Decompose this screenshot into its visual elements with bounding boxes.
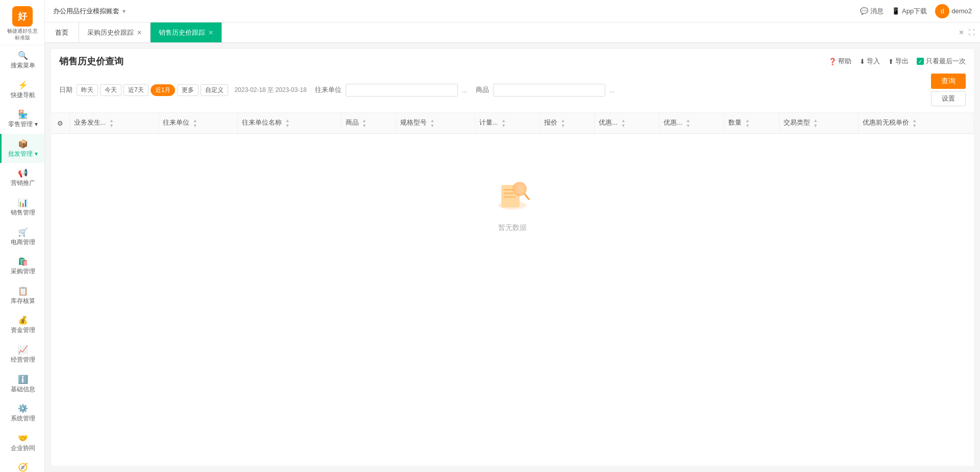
export-icon: ⬆ bbox=[888, 58, 894, 65]
goods-ellipsis[interactable]: ... bbox=[609, 86, 615, 94]
filter-goods-group: 商品 ... bbox=[476, 84, 615, 97]
user-action[interactable]: d demo2 bbox=[935, 4, 972, 18]
sidebar-item-guide[interactable]: 🧭 新手引导 bbox=[0, 457, 44, 472]
sidebar-item-sales-mgmt[interactable]: 📊 销售管理 bbox=[0, 193, 44, 222]
col-discount1[interactable]: 优惠... ▲▼ bbox=[595, 113, 659, 134]
sidebar-icon-wholesale: 📦 bbox=[18, 139, 28, 149]
sidebar-label-retail: 零售管理 ▾ bbox=[8, 121, 37, 129]
col-spec[interactable]: 规格型号 ▲▼ bbox=[396, 113, 475, 134]
export-action[interactable]: ⬆ 导出 bbox=[888, 57, 909, 66]
col-settings[interactable]: ⚙ bbox=[51, 113, 69, 134]
sidebar-item-purchase[interactable]: 🛍️ 采购管理 bbox=[0, 251, 44, 281]
page-title-bar: 销售历史价查询 ❓ 帮助 ⬇ 导入 ⬆ 导出 ✓ bbox=[51, 49, 974, 67]
sidebar: 好 畅捷通好生意标准版 🔍 搜索菜单 ⚡ 快捷导航 🏪 零售管理 ▾ 📦 批发管… bbox=[0, 0, 45, 472]
sidebar-item-ecommerce[interactable]: 🛒 电商管理 bbox=[0, 222, 44, 252]
tab-home-label: 首页 bbox=[55, 28, 68, 37]
tab-purchase-history[interactable]: 采购历史价跟踪 ✕ bbox=[79, 22, 151, 42]
sidebar-item-system[interactable]: ⚙️ 系统管理 bbox=[0, 398, 44, 428]
message-action[interactable]: 💬 消息 bbox=[860, 7, 884, 16]
maximize-icon[interactable]: ⛶ bbox=[968, 29, 975, 36]
sidebar-item-wholesale[interactable]: 📦 批发管理 ▾ bbox=[0, 134, 44, 163]
sidebar-item-marketing[interactable]: 📢 营销推广 bbox=[0, 163, 44, 193]
tab-home[interactable]: 首页 bbox=[45, 22, 79, 42]
svg-rect-4 bbox=[503, 196, 516, 198]
table-container: ⚙ 业务发生... ▲▼ 往来单位 ▲▼ 往来单位名称 ▲▼ 商品 ▲▼ 规格型… bbox=[51, 113, 974, 466]
phone-icon: 📱 bbox=[892, 7, 900, 15]
partner-input[interactable] bbox=[346, 84, 458, 97]
date-range-text: 2023-02-18 至 2023-03-18 bbox=[234, 86, 306, 95]
col-unit[interactable]: 计量... ▲▼ bbox=[475, 113, 540, 134]
sidebar-label-inventory: 库存核算 bbox=[11, 297, 35, 305]
help-icon: ❓ bbox=[828, 58, 837, 65]
logo-text: 畅捷通好生意标准版 bbox=[7, 28, 38, 41]
date-btn-1month[interactable]: 近1月 bbox=[151, 84, 176, 96]
content: 销售历史价查询 ❓ 帮助 ⬇ 导入 ⬆ 导出 ✓ bbox=[45, 43, 980, 472]
close-window-icon[interactable]: ✕ bbox=[959, 29, 964, 36]
col-biz-date[interactable]: 业务发生... ▲▼ bbox=[69, 113, 159, 134]
col-qty[interactable]: 数量 ▲▼ bbox=[724, 113, 779, 134]
help-label: 帮助 bbox=[838, 57, 851, 66]
page-wrapper: 销售历史价查询 ❓ 帮助 ⬇ 导入 ⬆ 导出 ✓ bbox=[51, 49, 974, 466]
import-action[interactable]: ⬇ 导入 bbox=[860, 57, 880, 66]
only-last-checkbox[interactable]: ✓ bbox=[917, 58, 924, 65]
sidebar-label-enterprise: 企业协同 bbox=[11, 444, 35, 453]
sidebar-item-operation[interactable]: 📈 经营管理 bbox=[0, 340, 44, 369]
col-discount2[interactable]: 优惠... ▲▼ bbox=[659, 113, 724, 134]
sidebar-item-basic-info[interactable]: ℹ️ 基础信息 bbox=[0, 369, 44, 399]
import-icon: ⬇ bbox=[860, 58, 865, 65]
export-label: 导出 bbox=[895, 57, 909, 66]
only-last-label[interactable]: ✓ 只看最后一次 bbox=[917, 57, 966, 66]
partner-filter-label: 往来单位 bbox=[315, 85, 341, 95]
date-btn-yesterday[interactable]: 昨天 bbox=[77, 84, 98, 96]
col-quote[interactable]: 报价 ▲▼ bbox=[540, 113, 594, 134]
svg-line-7 bbox=[525, 194, 529, 199]
sidebar-label-ecommerce: 电商管理 bbox=[11, 239, 35, 247]
sidebar-label-operation: 经营管理 bbox=[11, 356, 35, 364]
col-partner-name[interactable]: 往来单位名称 ▲▼ bbox=[238, 113, 341, 134]
help-action[interactable]: ❓ 帮助 bbox=[828, 57, 851, 66]
sidebar-icon-sales-mgmt: 📊 bbox=[18, 198, 28, 207]
goods-filter-label: 商品 bbox=[476, 85, 489, 95]
sidebar-item-retail[interactable]: 🏪 零售管理 ▾ bbox=[0, 104, 44, 134]
tab-sales-history[interactable]: 销售历史价跟踪 ✕ bbox=[151, 22, 222, 42]
sidebar-icon-search: 🔍 bbox=[18, 51, 28, 60]
sidebar-label-basic-info: 基础信息 bbox=[11, 386, 35, 394]
col-pre-tax-price[interactable]: 优惠前无税单价 ▲▼ bbox=[858, 113, 973, 134]
sidebar-icon-basic-info: ℹ️ bbox=[18, 374, 28, 384]
sidebar-label-system: 系统管理 bbox=[11, 415, 35, 423]
sidebar-icon-operation: 📈 bbox=[18, 345, 28, 355]
tabs-bar: 首页 采购历史价跟踪 ✕ 销售历史价跟踪 ✕ ✕ ⛶ bbox=[45, 22, 980, 43]
tab-purchase-history-close[interactable]: ✕ bbox=[137, 29, 142, 36]
date-btn-custom[interactable]: 自定义 bbox=[201, 84, 228, 96]
app-download-label: App下载 bbox=[902, 7, 927, 16]
tab-sales-history-close[interactable]: ✕ bbox=[208, 29, 213, 36]
date-btn-more[interactable]: 更多 bbox=[177, 84, 199, 96]
settings-button[interactable]: 设置 bbox=[931, 91, 966, 106]
app-download-action[interactable]: 📱 App下载 bbox=[892, 7, 927, 16]
top-header-title[interactable]: 办公用品行业模拟账套 ▾ bbox=[53, 7, 126, 16]
filter-row-date: 日期 昨天 今天 近7天 近1月 更多 自定义 2023-02-18 至 202… bbox=[59, 84, 307, 96]
tab-sales-history-label: 销售历史价跟踪 bbox=[159, 28, 205, 37]
goods-input[interactable] bbox=[493, 84, 605, 97]
sidebar-item-inventory[interactable]: 📋 库存核算 bbox=[0, 281, 44, 311]
sidebar-item-quick-nav[interactable]: ⚡ 快捷导航 bbox=[0, 75, 44, 105]
sidebar-label-purchase: 采购管理 bbox=[11, 268, 35, 276]
col-goods[interactable]: 商品 ▲▼ bbox=[341, 113, 396, 134]
message-icon: 💬 bbox=[860, 7, 868, 15]
col-partner-code[interactable]: 往来单位 ▲▼ bbox=[159, 113, 238, 134]
sidebar-item-enterprise[interactable]: 🤝 企业协同 bbox=[0, 428, 44, 458]
sidebar-icon-system: ⚙️ bbox=[18, 404, 28, 413]
top-title-arrow: ▾ bbox=[122, 8, 126, 15]
query-button[interactable]: 查询 bbox=[931, 74, 966, 89]
partner-ellipsis[interactable]: ... bbox=[462, 86, 468, 94]
sidebar-menu: 🔍 搜索菜单 ⚡ 快捷导航 🏪 零售管理 ▾ 📦 批发管理 ▾ 📢 营销推广 📊… bbox=[0, 45, 44, 472]
svg-rect-3 bbox=[503, 193, 513, 194]
top-header: 办公用品行业模拟账套 ▾ 💬 消息 📱 App下载 d demo2 bbox=[45, 0, 980, 22]
date-btn-7days[interactable]: 近7天 bbox=[124, 84, 149, 96]
col-trade-type[interactable]: 交易类型 ▲▼ bbox=[779, 113, 858, 134]
date-btn-today[interactable]: 今天 bbox=[100, 84, 121, 96]
sidebar-item-finance[interactable]: 💰 资金管理 bbox=[0, 310, 44, 340]
sidebar-item-search[interactable]: 🔍 搜索菜单 bbox=[0, 45, 44, 75]
sidebar-label-wholesale: 批发管理 ▾ bbox=[8, 150, 37, 158]
top-header-actions: 💬 消息 📱 App下载 d demo2 bbox=[860, 4, 972, 18]
